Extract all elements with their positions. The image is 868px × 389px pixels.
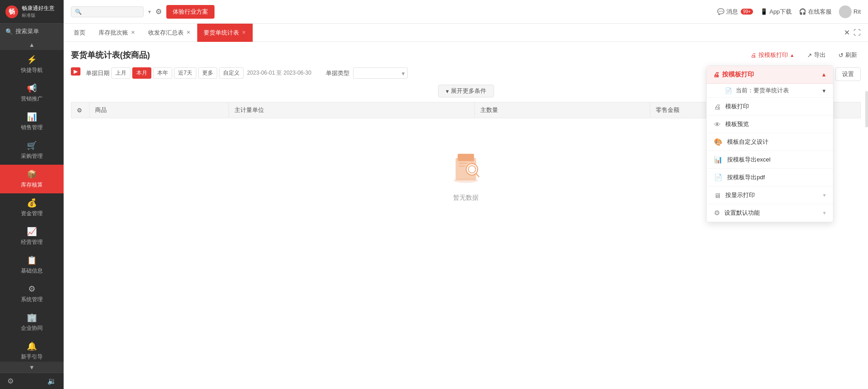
current-template-item[interactable]: 📄 当前：要货单统计表 ▾ [707,84,833,98]
topbar: 🔍 ▾ ⚙ 体验行业方案 💬 消息 99+ 📱 App下载 🎧 在线客服 Rit [64,0,868,24]
finance-icon: 💰 [27,198,37,208]
username: Rit [853,8,861,15]
template-print-item[interactable]: 🖨 模板打印 [707,98,833,116]
sidebar-item-guide[interactable]: 🔔 新手引导 [0,337,64,362]
tab-label: 首页 [74,29,85,37]
main: 🔍 ▾ ⚙ 体验行业方案 💬 消息 99+ 📱 App下载 🎧 在线客服 Rit [64,0,868,389]
window-expand-btn[interactable]: ⛶ [853,29,861,37]
date-last-month-btn[interactable]: 上月 [111,67,130,79]
export-label: 导出 [814,51,826,59]
marketing-icon: 📢 [27,83,37,93]
template-custom-item[interactable]: 🎨 模板自定义设计 [707,133,833,151]
sidebar-nav: ⚡ 快捷导航 📢 营销推广 📊 销售管理 🛒 采购管理 📦 库存核算 💰 资金管… [0,50,64,362]
svg-rect-7 [459,166,465,167]
display-print-item[interactable]: 🖥 按显示打印 ▾ [707,187,833,204]
set-default-label: 设置默认功能 [724,209,760,217]
tab-batch-accounts[interactable]: 库存批次账 ✕ [92,24,142,42]
design-icon: 🎨 [714,138,723,146]
notification-badge: 99+ [741,9,753,15]
sidebar-item-basics[interactable]: 📋 基础信息 [0,251,64,279]
app-download-btn[interactable]: 📱 App下载 [760,8,792,16]
order-type-filter: 单据类型 [326,67,408,79]
scrollbar-indicator[interactable] [865,91,868,127]
printer-icon: 🖨 [714,103,721,111]
download-icon: 📱 [760,8,768,15]
tab-label: 库存批次账 [99,29,128,37]
sidebar-item-purchase[interactable]: 🛒 采购管理 [0,136,64,165]
sidebar-item-marketing[interactable]: 📢 营销推广 [0,79,64,107]
notification-btn[interactable]: 💬 消息 99+ [717,8,753,16]
inventory-icon: 📦 [27,169,37,179]
refresh-icon: ↺ [838,52,843,59]
template-print-label: 模板打印 [725,102,749,111]
trial-button[interactable]: 体验行业方案 [166,5,215,19]
expand-more-btn[interactable]: ▾ 展开更多条件 [438,85,494,97]
tab-order-stats[interactable]: 要货单统计表 ✕ [197,24,253,42]
settings-button[interactable]: 设置 [835,67,861,81]
speaker-icon[interactable]: 🔉 [47,377,56,385]
sidebar-item-label: 新手引导 [21,353,43,361]
sales-icon: 📊 [27,112,37,122]
print-label: 按模板打印 [758,51,788,59]
topbar-right: 💬 消息 99+ 📱 App下载 🎧 在线客服 Rit [717,5,861,18]
caret-icon: ▾ [823,87,826,94]
table-settings-icon[interactable]: ⚙ [77,107,82,114]
sidebar-item-inventory[interactable]: 📦 库存核算 [0,165,64,193]
preview-icon: 👁 [714,121,721,128]
topbar-gear-icon[interactable]: ⚙ [155,7,162,16]
search-dropdown-btn[interactable]: ▾ [148,9,151,15]
tab-label: 收发存汇总表 [148,29,184,37]
window-controls: ✕ ⛶ [844,28,864,37]
window-close-btn[interactable]: ✕ [844,28,850,37]
global-search[interactable]: 🔍 [71,6,144,17]
date-this-month-btn[interactable]: 本月 [132,67,151,79]
print-dropdown-collapse-btn[interactable]: ▲ [821,71,827,78]
date-this-year-btn[interactable]: 本年 [153,67,172,79]
col-header-product: 商品 [90,102,229,118]
search-menu[interactable]: 🔍 搜索菜单 [0,24,64,39]
user-avatar[interactable]: Rit [839,5,861,18]
sidebar-scroll-down[interactable]: ▼ [0,362,64,373]
sidebar-item-label: 销售管理 [21,124,43,131]
sidebar-item-sales[interactable]: 📊 销售管理 [0,107,64,136]
date-custom-btn[interactable]: 自定义 [219,67,244,79]
set-default-item[interactable]: ⚙ 设置默认功能 ▾ [707,204,833,222]
caret-icon: ▾ [823,210,826,216]
print-icon: 🖨 [751,52,757,59]
sidebar-scroll-up[interactable]: ▲ [0,39,64,50]
tab-home[interactable]: 首页 [67,24,92,42]
sidebar-item-label: 快捷导航 [21,66,43,74]
online-service-btn[interactable]: 🎧 在线客服 [799,8,832,16]
template-pdf-item[interactable]: 📄 按模板导出pdf [707,169,833,187]
sidebar-item-enterprise[interactable]: 🏢 企业协同 [0,308,64,337]
sidebar-item-finance[interactable]: 💰 资金管理 [0,193,64,222]
tab-receipt-summary[interactable]: 收发存汇总表 ✕ [142,24,197,42]
col-header-quantity: 主数量 [475,102,650,118]
system-icon: ⚙ [28,284,35,294]
tab-close-btn[interactable]: ✕ [242,30,246,35]
sidebar-item-operations[interactable]: 📈 经营管理 [0,222,64,251]
order-type-select[interactable] [353,67,408,79]
print-dropdown-panel: 🖨 按模板打印 ▲ 📄 当前：要货单统计表 ▾ 🖨 [706,66,833,222]
print-title-icon: 🖨 [713,71,719,78]
caret-icon: ▾ [823,192,826,198]
print-dropdown-header: 🖨 按模板打印 ▲ [707,66,833,84]
operations-icon: 📈 [27,227,37,237]
current-template-label: 当前：要货单统计表 [736,86,789,95]
settings-icon[interactable]: ⚙ [7,377,14,385]
template-excel-item[interactable]: 📊 按模板导出excel [707,151,833,169]
refresh-btn[interactable]: ↺ 刷新 [835,49,861,61]
logo-text: 畅康通好生意 标准版 [22,5,55,18]
export-btn[interactable]: ↗ 导出 [803,49,829,61]
template-preview-item[interactable]: 👁 模板预览 [707,116,833,133]
date-range-display: 2023-06-01 至 2023-06-30 [247,69,311,77]
sidebar-item-system[interactable]: ⚙ 系统管理 [0,279,64,308]
search-menu-label: 搜索菜单 [15,27,39,35]
tab-close-btn[interactable]: ✕ [131,30,135,35]
print-btn[interactable]: 🖨 按模板打印 ▲ [747,49,798,61]
sidebar-item-shortcuts[interactable]: ⚡ 快捷导航 [0,50,64,79]
date-last-7days-btn[interactable]: 近7天 [174,67,196,79]
date-more-btn[interactable]: 更多 [198,67,217,79]
filter-expand-icon[interactable]: ▶ [71,67,80,76]
tab-close-btn[interactable]: ✕ [186,30,190,35]
